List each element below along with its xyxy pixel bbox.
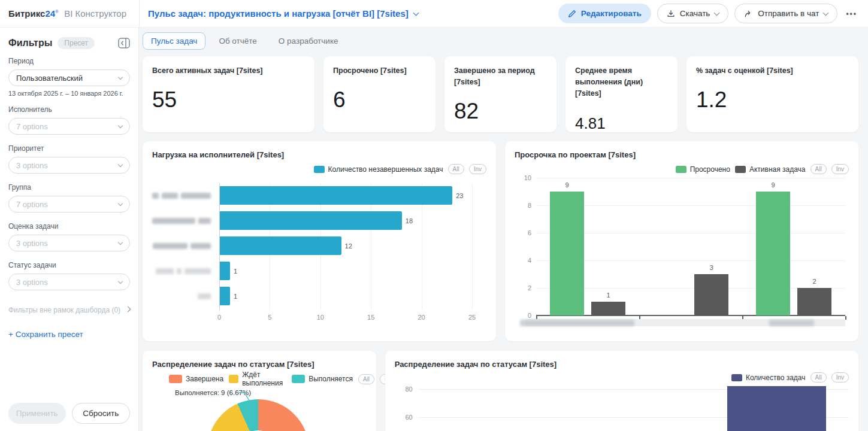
assignee-select[interactable]: 7 options: [8, 118, 130, 135]
legend-inv-button[interactable]: Inv: [831, 372, 849, 383]
bar-workload[interactable]: [220, 186, 452, 205]
download-button[interactable]: Скачать: [657, 4, 729, 23]
redacted-text: [769, 320, 814, 326]
legend-all-button[interactable]: All: [810, 164, 827, 174]
y-axis-tick-label: 4: [515, 257, 531, 264]
field-label: Приоритет: [8, 144, 130, 153]
page-title: Пульс задач: продуктивность и нагрузка […: [148, 8, 409, 19]
y-axis-tick-label: 60: [395, 414, 413, 421]
save-preset-link[interactable]: + Сохранить пресет: [8, 330, 130, 339]
redacted-text: [181, 193, 211, 199]
redacted-text: [152, 218, 195, 224]
legend-item[interactable]: Завершена: [169, 375, 223, 383]
gridline: [472, 183, 473, 310]
x-axis-tick-label: 0: [217, 314, 221, 321]
bar-overdue-by-project[interactable]: [797, 288, 831, 315]
legend-swatch: [292, 375, 305, 383]
top-bar: Битрикс24® BI Конструктор Пульс задач: п…: [0, 0, 868, 28]
priority-select[interactable]: 3 options: [8, 157, 130, 174]
legend-item[interactable]: Количество задач: [731, 374, 806, 382]
bar-value-label: 12: [345, 242, 352, 250]
tab-about-report[interactable]: Об отчёте: [210, 32, 265, 50]
redacted-text: [162, 193, 178, 199]
legend-inv-button[interactable]: Inv: [469, 164, 486, 174]
kpi-card-avg-time: Среднее время выполнения (дни) [7sites] …: [565, 56, 678, 132]
filters-panel: Фильтры Пресет Период Пользовательский 1…: [0, 28, 139, 431]
legend-item[interactable]: Активная задача: [735, 165, 806, 174]
tab-about-developer[interactable]: О разработчике: [270, 32, 347, 50]
redacted-text: [177, 268, 182, 274]
legend-item[interactable]: Ждёт выполнения: [229, 371, 286, 387]
redacted-text: [152, 193, 159, 199]
kpi-value: 55: [152, 87, 305, 113]
chevron-down-icon: [714, 10, 720, 16]
chevron-down-icon: [823, 10, 829, 16]
legend-swatch: [169, 375, 182, 383]
legend-all-button[interactable]: All: [810, 372, 827, 383]
bar-value-label: 1: [606, 292, 610, 299]
bar-value-label: 3: [709, 264, 713, 271]
legend-all-button[interactable]: All: [358, 374, 374, 384]
bar-overdue-by-project[interactable]: [694, 274, 728, 315]
chart-title: Распределение задач по статусам [7sites]: [395, 360, 557, 369]
legend-swatch: [229, 375, 238, 383]
redacted-text: [156, 268, 174, 274]
report-title-dropdown[interactable]: Пульс задач: продуктивность и нагрузка […: [139, 0, 558, 27]
outer-filters-link[interactable]: Фильтры вне рамок дашборда (0): [8, 306, 130, 314]
bar-overdue-by-project[interactable]: [550, 192, 584, 315]
bar-overdue-by-project[interactable]: [756, 192, 790, 315]
reset-button[interactable]: Сбросить: [72, 403, 131, 424]
chart-overdue-card: Просрочка по проектам [7sites] Просрочен…: [505, 141, 858, 341]
y-axis-tick-label: 0: [515, 312, 531, 319]
tab-task-pulse[interactable]: Пульс задач: [143, 32, 205, 50]
legend-item[interactable]: Просрочено: [676, 165, 730, 174]
legend-all-button[interactable]: All: [448, 164, 464, 174]
apply-button[interactable]: Применить: [8, 403, 66, 424]
legend-swatch: [314, 166, 325, 173]
bar-status-bar[interactable]: [727, 386, 826, 431]
kpi-value: 4.81: [575, 114, 668, 133]
bar-workload[interactable]: [220, 211, 402, 230]
legend-item[interactable]: Выполняется: [292, 375, 353, 383]
legend-item[interactable]: Количество незавершенных задач: [314, 165, 443, 174]
more-options-button[interactable]: •••: [843, 7, 860, 20]
send-icon: [744, 10, 753, 18]
chevron-down-icon: [118, 278, 123, 283]
dashboard-main: Пульс задач Об отчёте О разработчике Все…: [139, 28, 868, 431]
task-rating-select[interactable]: 3 options: [8, 235, 130, 251]
field-label: Оценка задачи: [8, 222, 130, 230]
task-status-select[interactable]: 3 options: [8, 274, 130, 290]
kpi-card-completed: Завершено за период [7sites] 82: [444, 56, 557, 132]
redacted-text: [185, 268, 211, 274]
bar-workload[interactable]: [220, 287, 230, 305]
chevron-down-icon: [118, 123, 123, 128]
chart-title: Нагрузка на исполнителей [7sites]: [152, 150, 284, 159]
chevron-down-icon: [413, 10, 419, 16]
field-label: Исполнитель: [8, 105, 130, 114]
send-to-chat-button[interactable]: Отправить в чат: [734, 4, 837, 23]
status-donut-chart[interactable]: [207, 399, 309, 431]
y-axis-tick-label: 2: [515, 284, 531, 292]
collapse-panel-button[interactable]: [118, 38, 130, 48]
x-axis-tick-label: 10: [317, 314, 324, 321]
legend-inv-button[interactable]: Inv: [831, 164, 849, 174]
redacted-label: [152, 262, 211, 280]
chevron-down-icon: [118, 201, 123, 205]
redacted-label: [152, 236, 211, 255]
redacted-text: [153, 243, 187, 249]
x-axis-tick: [845, 316, 846, 320]
period-select[interactable]: Пользовательский: [8, 69, 130, 86]
workload-bar-chart: 051015202523181211: [152, 183, 488, 329]
preset-badge[interactable]: Пресет: [58, 37, 95, 49]
pencil-icon: [568, 10, 576, 18]
redacted-text: [198, 218, 211, 224]
bar-value-label: 18: [406, 217, 413, 224]
chevron-down-icon: [118, 239, 123, 244]
redacted-text: [190, 243, 211, 249]
group-select[interactable]: 7 options: [8, 196, 130, 213]
bar-workload[interactable]: [220, 236, 341, 255]
bar-value-label: 1: [234, 293, 237, 300]
edit-button[interactable]: Редактировать: [558, 4, 651, 23]
bar-overdue-by-project[interactable]: [591, 302, 625, 315]
bar-workload[interactable]: [220, 262, 230, 280]
